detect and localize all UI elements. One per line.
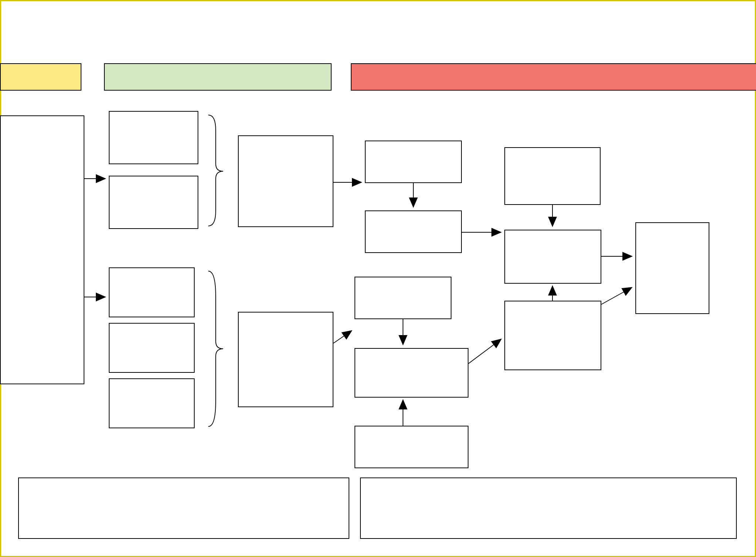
connectors-layer xyxy=(1,1,756,557)
arrow xyxy=(601,288,631,304)
diagram-frame xyxy=(0,0,756,557)
arrow xyxy=(468,340,501,364)
brace-top xyxy=(208,115,223,226)
arrow xyxy=(333,331,351,343)
brace-bot xyxy=(208,271,223,426)
